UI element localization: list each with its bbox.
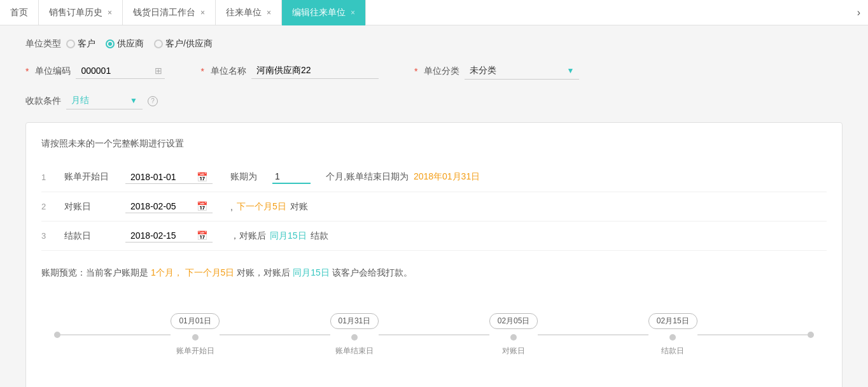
step-1-date-input: 📅 [125, 171, 213, 184]
radio-both-circle [154, 39, 163, 48]
step-2-highlight: 下一个月5日 [237, 201, 286, 213]
tab-edit-partner[interactable]: 编辑往来单位 × [282, 0, 366, 25]
payment-terms-chevron-icon: ▼ [130, 96, 137, 105]
preview-middle: 对账，对账后 [237, 267, 290, 278]
payment-terms-row: 收款条件 月结 ▼ ? [25, 92, 843, 109]
timeline-node-2-badge: 01月31日 [330, 313, 379, 329]
unit-name-field: * 单位名称 [200, 63, 378, 79]
radio-both-label: 客户/供应商 [165, 38, 213, 50]
timeline-node-3-label: 对账日 [502, 346, 525, 356]
unit-name-input[interactable] [251, 63, 379, 79]
preview-end: 该客户会给我打款。 [332, 267, 412, 278]
step-label-1: 账单开始日 [64, 171, 115, 183]
timeline-segment-3 [379, 334, 489, 335]
unit-category-value: 未分类 [470, 65, 561, 76]
step-1-date-field[interactable] [130, 172, 194, 182]
step-2-suffix: , 下一个月5日 对账 [230, 201, 308, 213]
timeline-segment-5 [697, 334, 808, 335]
tab-sales-history[interactable]: 销售订单历史 × [39, 0, 123, 25]
timeline-segment-1 [60, 334, 171, 335]
step-num-3: 3 [41, 231, 54, 241]
timeline-node-1-label: 账单开始日 [176, 346, 214, 356]
close-sales-history-icon[interactable]: × [108, 8, 112, 17]
timeline-node-1: 01月01日 账单开始日 [171, 313, 220, 356]
unit-code-field: * 单位编码 ⊞ [25, 63, 165, 79]
step-1-month-input[interactable] [272, 170, 311, 184]
step-3-highlight: 同月15日 [270, 230, 307, 242]
unit-code-input[interactable] [76, 63, 152, 78]
settings-card: 请按照未来的一个完整帐期进行设置 1 账单开始日 📅 账期为 个月,账单结束日期… [25, 122, 843, 387]
tab-home[interactable]: 首页 [0, 0, 39, 25]
step-3-calendar-icon[interactable]: 📅 [197, 230, 207, 241]
payment-terms-label: 收款条件 [25, 95, 61, 107]
radio-supplier[interactable]: 供应商 [106, 38, 144, 50]
timeline-segment-4 [538, 334, 648, 335]
page-content: 单位类型 客户 供应商 客户/供应商 * 单位编码 [0, 25, 868, 387]
radio-both[interactable]: 客户/供应商 [154, 38, 213, 50]
preview-payment: 同月15日 [293, 267, 330, 278]
tabs-bar: 首页 销售订单历史 × 钱货日清工作台 × 往来单位 × 编辑往来单位 × › [0, 0, 868, 25]
unit-info-row: * 单位编码 ⊞ * 单位名称 * 单位分类 未分类 ▼ [25, 62, 843, 80]
payment-terms-field: 收款条件 月结 ▼ ? [25, 92, 158, 109]
unit-type-row: 单位类型 客户 供应商 客户/供应商 [25, 38, 843, 50]
timeline-right-dot [808, 332, 814, 338]
step-3-date-field[interactable] [130, 230, 194, 241]
tab-edit-partner-label: 编辑往来单位 [292, 7, 346, 18]
payment-terms-value: 月结 [71, 95, 125, 106]
tab-sales-history-label: 销售订单历史 [49, 7, 102, 18]
unit-type-label: 单位类型 [25, 38, 61, 50]
step-3-date-input: 📅 [125, 229, 213, 243]
step-2-date-input: 📅 [125, 200, 213, 213]
radio-supplier-circle [106, 39, 115, 48]
copy-icon[interactable]: ⊞ [152, 66, 165, 76]
step-row-1: 1 账单开始日 📅 账期为 个月,账单结束日期为 2018年01月31日 [41, 162, 827, 192]
tab-partner-units[interactable]: 往来单位 × [216, 0, 282, 25]
timeline-node-4: 02月15日 结款日 [648, 313, 697, 356]
unit-category-required: * [414, 66, 417, 76]
timeline-node-4-badge: 02月15日 [648, 313, 697, 329]
unit-category-field: * 单位分类 未分类 ▼ [414, 62, 579, 80]
tab-cash-workbench[interactable]: 钱货日清工作台 × [123, 0, 216, 25]
preview-reconcile: 下一个月5日 [185, 267, 235, 278]
unit-name-required: * [200, 66, 204, 76]
step-1-suffix-before: 账期为 [230, 171, 257, 183]
step-1-suffix-after: 个月,账单结束日期为 2018年01月31日 [326, 171, 480, 183]
card-instruction: 请按照未来的一个完整帐期进行设置 [41, 138, 827, 150]
step-num-2: 2 [41, 202, 54, 211]
step-3-suffix: ，对账后 同月15日 结款 [230, 230, 328, 242]
timeline-node-2-dot [351, 334, 358, 341]
preview-month: 1个月， [151, 267, 183, 278]
close-edit-partner-icon[interactable]: × [351, 8, 355, 17]
step-label-3: 结款日 [64, 230, 115, 242]
close-partner-units-icon[interactable]: × [267, 8, 271, 17]
step-row-3: 3 结款日 📅 ，对账后 同月15日 结款 [41, 222, 827, 251]
step-1-calendar-icon[interactable]: 📅 [197, 172, 207, 182]
unit-code-label: 单位编码 [35, 66, 71, 77]
step-num-1: 1 [41, 172, 54, 182]
chevron-down-icon: ▼ [566, 66, 574, 75]
unit-code-input-wrapper: ⊞ [76, 63, 165, 79]
timeline-node-3-dot [510, 334, 517, 341]
step-row-2: 2 对账日 📅 , 下一个月5日 对账 [41, 192, 827, 222]
step-2-date-field[interactable] [130, 201, 194, 211]
unit-code-required: * [25, 66, 29, 76]
unit-category-select[interactable]: 未分类 ▼ [465, 62, 579, 80]
preview-row: 账期预览：当前客户账期是 1个月， 下一个月5日 对账，对账后 同月15日 该客… [41, 264, 827, 281]
step-1-end-date-highlight: 2018年01月31日 [414, 171, 480, 183]
close-cash-workbench-icon[interactable]: × [200, 8, 205, 17]
payment-terms-select[interactable]: 月结 ▼ [66, 92, 143, 109]
tab-home-label: 首页 [10, 7, 28, 18]
step-3-end-text: 结款 [311, 230, 328, 242]
unit-name-label: 单位名称 [211, 66, 246, 77]
unit-type-field: 单位类型 客户 供应商 客户/供应商 [25, 38, 213, 50]
step-2-calendar-icon[interactable]: 📅 [197, 201, 207, 211]
timeline: 01月01日 账单开始日 01月31日 账单结束日 02月05日 [54, 294, 814, 382]
timeline-node-3: 02月05日 对账日 [489, 313, 538, 356]
tabs-more-button[interactable]: › [850, 7, 868, 18]
unit-category-label: 单位分类 [424, 66, 459, 77]
step-2-reconcile-text: 对账 [290, 201, 308, 213]
timeline-node-1-badge: 01月01日 [171, 313, 220, 329]
step-3-pre-text: ，对账后 [230, 230, 266, 242]
help-icon[interactable]: ? [148, 96, 158, 106]
radio-customer[interactable]: 客户 [66, 38, 95, 50]
